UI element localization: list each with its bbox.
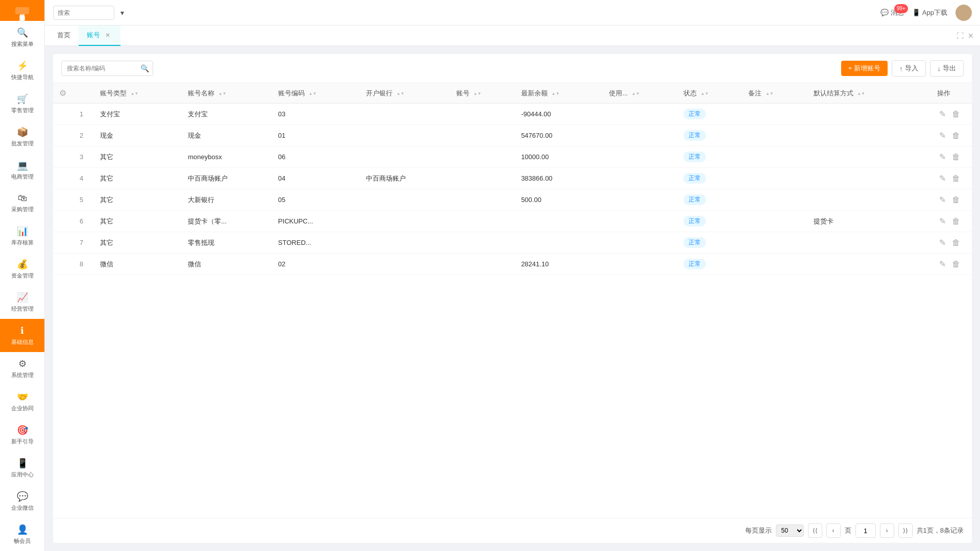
cell-name-1: 现金 <box>182 125 272 146</box>
sort-bank-icon[interactable]: ▲▼ <box>397 91 405 96</box>
page-number-input[interactable] <box>855 523 876 538</box>
sort-status-icon[interactable]: ▲▼ <box>701 91 709 96</box>
header-search-input[interactable] <box>53 6 114 20</box>
sidebar-item-label: 快捷导航 <box>11 73 34 81</box>
last-page-button[interactable]: ⟩⟩ <box>898 523 913 538</box>
delete-button-6[interactable]: 🗑 <box>950 237 962 248</box>
table-row: 2 现金 现金 01 547670.00 正常 ✎ 🗑 <box>53 125 972 146</box>
sort-note-icon[interactable]: ▲▼ <box>766 91 774 96</box>
col-usage-label: 使用... <box>609 89 628 97</box>
fullscreen-button[interactable]: ⛶ <box>954 30 966 42</box>
edit-button-0[interactable]: ✎ <box>937 109 948 119</box>
cell-settings-3 <box>53 168 74 189</box>
column-settings-icon[interactable]: ⚙ <box>59 89 66 97</box>
sort-usage-icon[interactable]: ▲▼ <box>632 91 640 96</box>
cell-action-3: ✎ 🗑 <box>931 168 972 189</box>
sort-settle-icon[interactable]: ▲▼ <box>857 91 865 96</box>
sidebar-item-purchase[interactable]: 🛍 采购管理 <box>0 187 44 219</box>
cell-account-3 <box>450 168 515 189</box>
tab-close-account[interactable]: ✕ <box>103 31 112 40</box>
search-icon[interactable]: 🔍 <box>140 64 149 72</box>
sidebar-item-label: 畅会员 <box>14 537 31 545</box>
export-button[interactable]: ↓ 导出 <box>930 60 964 77</box>
add-account-button[interactable]: + 新增账号 <box>841 61 888 76</box>
sidebar-item-corp_wechat[interactable]: 💬 企业微信 <box>0 485 44 518</box>
sort-type-icon[interactable]: ▲▼ <box>131 91 139 96</box>
cell-default-settle-6 <box>807 232 931 254</box>
col-type-label: 账号类型 <box>100 89 127 97</box>
col-bank: 开户银行 ▲▼ <box>360 83 450 104</box>
edit-button-1[interactable]: ✎ <box>937 130 948 141</box>
sidebar-item-retail[interactable]: 🛒 零售管理 <box>0 87 44 120</box>
message-badge: 99+ <box>894 4 908 13</box>
sort-balance-icon[interactable]: ▲▼ <box>552 91 560 96</box>
accounts-table: ⚙ 账号类型 ▲▼ 账号名称 ▲▼ <box>53 83 972 275</box>
sidebar-item-member[interactable]: 👤 畅会员 <box>0 518 44 551</box>
delete-button-2[interactable]: 🗑 <box>950 152 962 162</box>
cell-action-2: ✎ 🗑 <box>931 146 972 168</box>
newbie-icon: 🎯 <box>17 424 28 436</box>
app-download-button[interactable]: 📱 App下载 <box>912 8 947 17</box>
sidebar-item-wholesale[interactable]: 📦 批发管理 <box>0 120 44 154</box>
close-tab-icon[interactable]: ✕ <box>966 30 976 42</box>
tab-account[interactable]: 账号✕ <box>79 26 120 46</box>
edit-button-4[interactable]: ✎ <box>937 194 948 205</box>
cell-action-0: ✎ 🗑 <box>931 104 972 125</box>
sidebar-item-finance[interactable]: 💰 资金管理 <box>0 253 44 286</box>
cell-type-1: 现金 <box>94 125 182 146</box>
wholesale-icon: 📦 <box>17 127 28 138</box>
tab-home[interactable]: 首页 <box>49 26 79 46</box>
table-header-row: ⚙ 账号类型 ▲▼ 账号名称 ▲▼ <box>53 83 972 104</box>
table-wrapper: ⚙ 账号类型 ▲▼ 账号名称 ▲▼ <box>53 83 972 518</box>
sidebar-item-inventory[interactable]: 📊 库存核算 <box>0 219 44 253</box>
delete-button-7[interactable]: 🗑 <box>950 259 962 269</box>
cell-account-6 <box>450 232 515 254</box>
cell-name-5: 提货卡（零... <box>182 211 272 232</box>
edit-button-2[interactable]: ✎ <box>937 152 948 162</box>
edit-button-7[interactable]: ✎ <box>937 259 948 269</box>
main-area: ▾ 💬 消息 99+ 📱 App下载 首页账号✕ ⛶ ✕ <box>45 0 980 551</box>
status-badge-6: 正常 <box>683 237 706 248</box>
search-input[interactable] <box>61 61 153 76</box>
search-icon: 🔍 <box>17 27 28 38</box>
delete-button-1[interactable]: 🗑 <box>950 130 962 141</box>
next-page-button[interactable]: › <box>880 523 894 538</box>
delete-button-5[interactable]: 🗑 <box>950 216 962 227</box>
pagination-bar: 每页显示 50 100 200 ⟨⟨ ‹ 页 › ⟩⟩ 共1页，8条记录 <box>53 518 972 543</box>
sidebar-item-app_center[interactable]: 📱 应用中心 <box>0 452 44 485</box>
import-button[interactable]: ↑ 导入 <box>892 60 926 77</box>
cell-code-5: PICKUPC... <box>272 211 360 232</box>
sidebar-item-system[interactable]: ⚙ 系统管理 <box>0 352 44 385</box>
cell-default-settle-3 <box>807 168 931 189</box>
edit-button-5[interactable]: ✎ <box>937 216 948 227</box>
sort-account-icon[interactable]: ▲▼ <box>473 91 481 96</box>
sidebar-item-enterprise[interactable]: 🤝 企业协同 <box>0 385 44 418</box>
ecommerce-icon: 💻 <box>17 160 28 171</box>
sidebar-item-label: 企业微信 <box>11 504 34 512</box>
delete-button-4[interactable]: 🗑 <box>950 194 962 205</box>
page-size-select[interactable]: 50 100 200 <box>776 524 804 537</box>
sidebar-item-shortcut[interactable]: ⚡ 快捷导航 <box>0 54 44 87</box>
sidebar-item-ecommerce[interactable]: 💻 电商管理 <box>0 154 44 187</box>
delete-button-3[interactable]: 🗑 <box>950 173 962 184</box>
col-balance: 最新余额 ▲▼ <box>515 83 603 104</box>
col-action: 操作 <box>931 83 972 104</box>
sidebar-item-search[interactable]: 🔍 搜索菜单 <box>0 21 44 54</box>
sort-code-icon[interactable]: ▲▼ <box>308 91 316 96</box>
search-wrapper: 🔍 <box>61 61 153 76</box>
export-icon: ↓ <box>938 65 941 72</box>
sort-name-icon[interactable]: ▲▼ <box>218 91 227 96</box>
cell-index-6: 7 <box>74 232 94 254</box>
sidebar-item-basic[interactable]: ℹ 基础信息 <box>0 319 44 352</box>
message-button[interactable]: 💬 消息 99+ <box>880 8 904 17</box>
edit-button-3[interactable]: ✎ <box>937 173 948 184</box>
sidebar-item-newbie[interactable]: 🎯 新手引导 <box>0 418 44 452</box>
header-dropdown-icon[interactable]: ▾ <box>120 9 124 17</box>
prev-page-button[interactable]: ‹ <box>826 523 841 538</box>
sidebar: 畅捷通好生意 🔍 搜索菜单 ⚡ 快捷导航 🛒 零售管理 📦 批发管理 💻 电商管… <box>0 0 45 551</box>
sidebar-item-operation[interactable]: 📈 经营管理 <box>0 286 44 319</box>
delete-button-0[interactable]: 🗑 <box>950 109 962 119</box>
edit-button-6[interactable]: ✎ <box>937 237 948 248</box>
first-page-button[interactable]: ⟨⟨ <box>808 523 822 538</box>
avatar[interactable] <box>955 5 972 21</box>
